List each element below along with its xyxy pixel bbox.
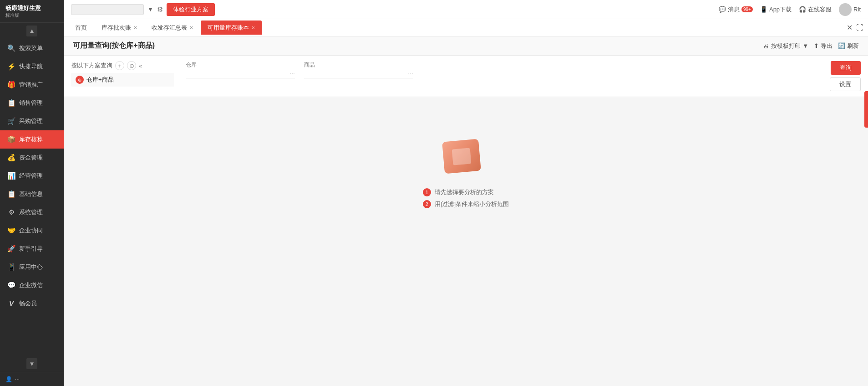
finance-icon: 💰: [7, 154, 15, 162]
scheme-item-icon: ⊕: [76, 76, 84, 84]
sidebar-item-purchase[interactable]: 🛒 采购管理: [0, 112, 64, 130]
tab-summary-close[interactable]: ×: [190, 25, 193, 31]
sidebar-item-enterprise[interactable]: 🤝 企业协同: [0, 221, 64, 240]
sidebar-bottom[interactable]: 👤 ···: [0, 372, 64, 386]
enterprise-icon: 🤝: [7, 226, 15, 235]
app-title: 畅康通好生意: [5, 5, 58, 12]
tab-expand-window-button[interactable]: ⛶: [856, 24, 863, 32]
sidebar-item-basic-info[interactable]: 📋 基础信息: [0, 185, 64, 203]
quick-nav-icon: ⚡: [7, 62, 15, 71]
sidebar-item-newbie[interactable]: 🚀 新手引导: [0, 240, 64, 258]
tab-home-label: 首页: [75, 24, 87, 32]
sidebar-item-search[interactable]: 🔍 搜索菜单: [0, 39, 64, 57]
sidebar-item-app-center[interactable]: 📱 应用中心: [0, 258, 64, 276]
refresh-label: 刷新: [847, 42, 859, 50]
filter-fields: 仓库 ··· 商品 ···: [186, 61, 824, 78]
sidebar-scroll-up-area: ▲: [0, 23, 64, 39]
member-icon: V: [7, 299, 15, 307]
topbar-settings-button[interactable]: ⚙: [157, 5, 163, 14]
newbie-icon: 🚀: [7, 245, 15, 253]
sidebar-item-system[interactable]: ⚙ 系统管理: [0, 203, 64, 221]
export-label: 导出: [821, 42, 832, 50]
app-download-item[interactable]: 📱 App下载: [760, 5, 792, 14]
sidebar-scroll-down-button[interactable]: ▼: [26, 358, 37, 369]
topbar-right: 💬 消息 99+ 📱 App下载 🎧 在线客服 Rit: [719, 3, 861, 16]
sidebar-item-inventory[interactable]: 📦 库存核算: [0, 130, 64, 149]
page-title: 可用量查询(按仓库+商品): [73, 41, 155, 51]
warehouse-input[interactable]: [186, 70, 288, 77]
export-button[interactable]: ⬆ 导出: [814, 42, 832, 50]
tab-available-inventory-label: 可用量库存账本: [208, 24, 249, 32]
empty-hint-2: 2 用[过滤]条件来缩小分析范围: [423, 200, 509, 208]
headset-icon: 🎧: [799, 6, 806, 13]
query-area: 按以下方案查询 + ⊙ « ⊕ 仓库+商品 仓库: [64, 56, 868, 97]
query-settings-button[interactable]: 设置: [830, 77, 861, 91]
scheme-item-warehouse-goods[interactable]: ⊕ 仓库+商品: [71, 73, 174, 87]
hint-number-1: 1: [423, 188, 431, 196]
messages-item[interactable]: 💬 消息 99+: [719, 5, 753, 14]
warehouse-filter-field: 仓库 ···: [186, 61, 295, 78]
print-icon: 🖨: [763, 42, 769, 49]
tab-available-inventory[interactable]: 可用量库存账本 ×: [201, 21, 262, 35]
query-scheme-header: 按以下方案查询 + ⊙ «: [71, 61, 174, 70]
sidebar-item-label: 经营管理: [19, 172, 43, 180]
print-dropdown-icon: ▼: [802, 42, 808, 49]
goods-input[interactable]: [304, 70, 406, 77]
sidebar-scroll-up-button[interactable]: ▲: [26, 26, 37, 36]
refresh-button[interactable]: 🔄 刷新: [838, 42, 859, 50]
operations-icon: 📊: [7, 172, 15, 180]
empty-box-face: [452, 148, 471, 165]
print-button[interactable]: 🖨 按模板打印 ▼: [763, 42, 808, 50]
goods-filter-label: 商品: [304, 61, 413, 69]
empty-state: 1 请先选择要分析的方案 2 用[过滤]条件来缩小分析范围: [64, 97, 868, 245]
goods-filter-field: 商品 ···: [304, 61, 413, 78]
scheme-add-button[interactable]: +: [115, 61, 124, 70]
topbar-dropdown-button[interactable]: ▼: [147, 6, 153, 13]
refresh-icon: 🔄: [838, 42, 845, 49]
sidebar-item-label: 搜索菜单: [19, 44, 43, 52]
sidebar-item-marketing[interactable]: 🎁 营销推广: [0, 76, 64, 94]
tab-available-inventory-close[interactable]: ×: [252, 25, 255, 31]
sidebar-scroll-down-area: ▼: [0, 355, 64, 372]
sidebar-logo: 畅康通好生意 标准版: [0, 0, 64, 23]
right-edge-scrollbar[interactable]: [864, 91, 868, 128]
user-profile-item[interactable]: Rit: [839, 3, 861, 16]
page-header: 可用量查询(按仓库+商品) 🖨 按模板打印 ▼ ⬆ 导出 🔄 刷新: [64, 36, 868, 56]
print-label: 按模板打印: [771, 42, 801, 50]
scheme-settings-button[interactable]: ⊙: [127, 61, 136, 70]
goods-input-wrap: ···: [304, 70, 413, 78]
warehouse-more-button[interactable]: ···: [289, 70, 295, 77]
warehouse-filter-label: 仓库: [186, 61, 295, 69]
sidebar-item-label: 采购管理: [19, 117, 43, 125]
tab-batch-account-close[interactable]: ×: [134, 25, 137, 31]
goods-more-button[interactable]: ···: [408, 70, 413, 77]
sidebar-item-label: 销售管理: [19, 99, 43, 107]
sidebar-item-member[interactable]: V 畅会员: [0, 294, 64, 313]
avatar: [839, 3, 852, 16]
tab-summary-label: 收发存汇总表: [152, 24, 187, 32]
sidebar-item-label: 资金管理: [19, 154, 43, 162]
topbar-search-input[interactable]: [71, 4, 144, 15]
query-button[interactable]: 查询: [831, 61, 861, 75]
messages-label: 消息: [728, 5, 740, 14]
hint-text-1: 请先选择要分析的方案: [435, 188, 494, 196]
search-icon: 🔍: [7, 44, 15, 52]
sidebar-item-sales[interactable]: 📋 销售管理: [0, 94, 64, 112]
purchase-icon: 🛒: [7, 117, 15, 125]
topbar: ▼ ⚙ 体验行业方案 💬 消息 99+ 📱 App下载 🎧 在线客服 Rit: [64, 0, 868, 19]
app-center-icon: 📱: [7, 263, 15, 271]
sidebar-item-finance[interactable]: 💰 资金管理: [0, 149, 64, 167]
sidebar-item-operations[interactable]: 📊 经营管理: [0, 167, 64, 185]
industry-solution-button[interactable]: 体验行业方案: [167, 3, 215, 16]
tab-home[interactable]: 首页: [68, 21, 94, 35]
tab-summary[interactable]: 收发存汇总表 ×: [145, 21, 200, 35]
warehouse-input-wrap: ···: [186, 70, 295, 78]
tab-close-window-button[interactable]: ✕: [847, 23, 853, 32]
hint-text-2: 用[过滤]条件来缩小分析范围: [435, 200, 509, 208]
empty-illustration: [439, 134, 493, 179]
sidebar-item-enterprise-wechat[interactable]: 💬 企业微信: [0, 276, 64, 294]
sidebar-item-quick-nav[interactable]: ⚡ 快捷导航: [0, 57, 64, 76]
scheme-collapse-button[interactable]: «: [139, 62, 142, 69]
tab-batch-account[interactable]: 库存批次账 ×: [95, 21, 144, 35]
online-support-item[interactable]: 🎧 在线客服: [799, 5, 832, 14]
